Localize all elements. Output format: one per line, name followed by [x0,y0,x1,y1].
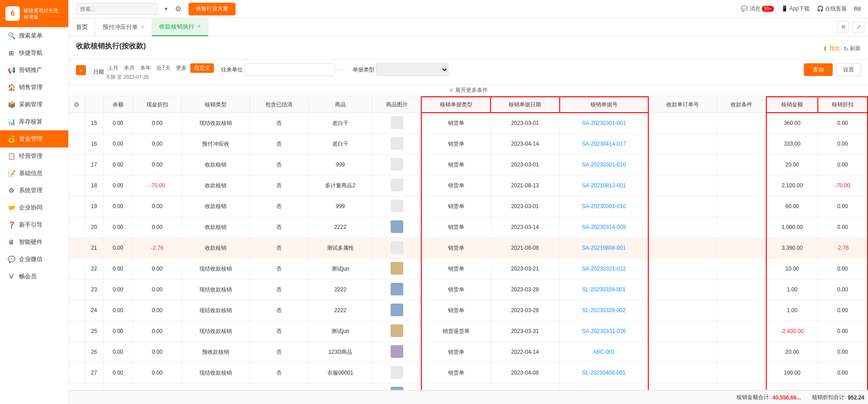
table-row[interactable]: 23 0.00 0.00 现结收款核销 否 2222 销货单 2023-03-2… [69,279,868,300]
sidebar-item-enterprise[interactable]: 🤝企业协同 [0,199,68,216]
sidebar-item-newbie[interactable]: ❓新手引导 [0,216,68,233]
table-row[interactable]: 24 0.00 0.00 现结收款核销 否 2222 销货单 2023-03-2… [69,300,868,321]
table-row[interactable]: 20 0.00 0.00 收款核销 否 2222 销货单 2023-03-14 … [69,217,868,238]
sidebar-item-basic[interactable]: 📝基础信息 [0,165,68,182]
sidebar-item-search[interactable]: 🔍搜索菜单 [0,27,68,44]
date-custom-btn[interactable]: 自定义 [190,63,214,73]
col-header-seq [85,97,103,113]
message-badge: 99+ [762,6,774,12]
cell-writeoff-bill-no[interactable]: SL-20230328-001 [560,279,649,300]
table-row[interactable]: 22 0.00 0.00 现结收款核销 否 测试jun 销货单 2023-03-… [69,258,868,279]
online-service-link[interactable]: 🎧 在线客服 [817,5,847,13]
topbar-search-input[interactable] [76,3,157,15]
customer-filter-dots[interactable]: ··· [337,66,345,74]
export-button[interactable]: ⬆ 导出 [823,45,840,52]
cell-writeoff-bill-no[interactable]: SL-20230408-001 [560,362,649,383]
topbar-dropdown-icon[interactable]: ▾ [165,5,168,12]
column-settings-icon[interactable]: ⚙ [74,101,80,108]
writeoff-bill-no-link[interactable]: SL-20230328-001 [582,286,626,293]
table-row[interactable]: 18 0.00 -70.00 收款核销 否 多计量商品2 销货单 2021-08… [69,175,868,196]
writeoff-bill-no-link[interactable]: SL-20230408-001 [582,370,626,376]
date-btn-more[interactable]: 更多 [174,63,189,73]
sidebar-item-inventory[interactable]: 📊库存核算 [0,113,68,130]
date-btn-this-month[interactable]: 本月 [122,63,137,73]
table-row[interactable]: 28 0.00 0.00 现结收款核销 否 2222 销货单 2023-04-1… [69,383,868,390]
app-download-link[interactable]: 📱 App下载 [781,5,810,13]
cell-product: 测试jun [308,321,372,342]
tab-prepay-close-icon[interactable]: ✕ [141,24,144,29]
cell-writeoff-bill-no[interactable]: SA-20230414-017 [560,133,649,154]
date-btn-this-year[interactable]: 本年 [138,63,153,73]
table-row[interactable]: 21 0.00 -2.76 收款核销 否 测试多属性 销货单 2021-08-0… [69,238,868,258]
writeoff-bill-no-link[interactable]: SA-20230331-026 [582,328,626,334]
table-row[interactable]: 15 0.00 0.00 现结收款核销 否 老白干 销货单 2023-03-01… [69,113,868,133]
tab-collection[interactable]: 收款核销执行 ✕ [152,18,208,36]
cell-writeoff-bill-no[interactable]: SA-20210808-001 [560,238,649,258]
data-table-container[interactable]: ⚙ 余额 现金折扣 核销类型 包含已结清 商品 商品图片 核销单据类型 核销单据… [69,96,868,390]
industry-solution-button[interactable]: 休验行业方案 [189,3,236,15]
cell-writeoff-bill-no[interactable]: SA-20230331-026 [560,321,649,342]
sidebar-item-wechat[interactable]: 💬企业微信 [0,251,68,268]
cell-writeoff-bill-no[interactable]: SA-20230301-001 [560,113,649,133]
table-row[interactable]: 17 0.00 0.00 收款核销 否 999 销货单 2023-03-01 S… [69,154,868,175]
tab-close-button[interactable]: ✕ [837,21,849,33]
cell-product-img [372,362,421,383]
cell-product: 2222 [308,279,372,300]
table-row[interactable]: 19 0.00 0.00 收款核销 否 999 销货单 2023-03-01 S… [69,196,868,217]
date-btn-last-month[interactable]: 上月 [106,63,120,73]
cell-writeoff-bill-no[interactable]: SA-20210813-001 [560,175,649,196]
tab-home[interactable]: 首页 [69,18,95,36]
cell-receipt-condition [717,238,766,258]
customer-filter-input[interactable] [245,63,335,76]
table-row[interactable]: 26 0.00 0.00 预收款核销 否 123D商品 销货单 2022-04-… [69,342,868,362]
col-header-settings[interactable]: ⚙ [69,97,85,113]
sidebar-item-smart[interactable]: 🖥智能硬件 [0,233,68,251]
sidebar-item-business[interactable]: 📋经营管理 [0,147,68,165]
date-btn-7days[interactable]: 近7天 [155,63,172,73]
writeoff-bill-no-link[interactable]: SA-20230301-010 [582,203,626,209]
sidebar-item-marketing[interactable]: 📢营销推广 [0,62,68,79]
writeoff-bill-no-link[interactable]: ABC-001 [593,349,615,355]
sidebar-item-system[interactable]: ⚙系统管理 [0,182,68,199]
table-row[interactable]: 27 0.00 0.00 现结收款核销 否 衣服00001 销货单 2023-0… [69,362,868,383]
cell-product-img [372,217,421,238]
voucher-type-select[interactable]: 销货单 销货退货单 [376,63,448,76]
table-row[interactable]: 16 0.00 0.00 预付冲应收 否 老白干 销货单 2023-04-14 … [69,133,868,154]
table-row[interactable]: 25 0.00 0.00 现结收款核销 否 测试jun 销货退货单 2023-0… [69,321,868,342]
writeoff-bill-no-link[interactable]: SL-20230328-002 [582,307,626,314]
writeoff-bill-no-link[interactable]: SA-20210808-001 [582,245,626,251]
filter-settings-button[interactable]: 设置 [836,63,861,76]
writeoff-bill-no-link[interactable]: SA-20230301-010 [582,162,626,168]
tab-collection-close-icon[interactable]: ✕ [197,24,201,29]
tab-prepay[interactable]: 预付冲应付单 ✕ [95,18,152,36]
message-icon[interactable]: 💬 消息 99+ [741,5,774,13]
settings-icon[interactable]: ⚙ [175,5,181,13]
writeoff-bill-no-link[interactable]: SA-20210813-001 [582,182,626,189]
filter-toggle-button[interactable]: » [76,65,86,75]
cell-writeoff-bill-no[interactable]: SA-20230314-008 [560,217,649,238]
sidebar-item-purchase[interactable]: 📦采购管理 [0,96,68,113]
cell-writeoff-bill-no[interactable]: SL-20230328-002 [560,300,649,321]
writeoff-bill-no-link[interactable]: SA-20230321-012 [582,266,626,272]
cell-writeoff-bill-no[interactable]: SA-20230301-010 [560,154,649,175]
cell-seq: 15 [85,113,103,133]
cell-writeoff-bill-no[interactable]: SL-20230418-001 [560,383,649,390]
sidebar-item-sales[interactable]: 🏠销售管理 [0,79,68,96]
sidebar-item-quicknav[interactable]: ⊞快捷导航 [0,44,68,62]
cell-include-settled: 否 [250,342,308,362]
refresh-button[interactable]: ↻ 刷新 [844,45,861,52]
sidebar-item-member[interactable]: V畅会员 [0,268,68,285]
cell-writeoff-bill-no[interactable]: SA-20230301-010 [560,196,649,217]
user-name[interactable]: Rit [854,6,861,12]
query-button[interactable]: 查询 [804,63,833,76]
cell-writeoff-bill-no[interactable]: ABC-001 [560,342,649,362]
sidebar-item-finance[interactable]: 💰资金管理 [0,130,68,147]
col-header-receipt-order-no: 收款单订单号 [648,97,717,113]
writeoff-bill-no-link[interactable]: SA-20230314-008 [582,224,626,230]
writeoff-bill-no-link[interactable]: SA-20230414-017 [582,141,626,147]
writeoff-bill-no-link[interactable]: SA-20230301-001 [582,120,626,126]
tab-maximize-button[interactable]: ⤢ [853,21,864,33]
cell-product: 2222 [308,217,372,238]
expand-more-conditions-bar[interactable]: ∨ 展开更多条件 [69,85,868,96]
cell-writeoff-bill-no[interactable]: SA-20230321-012 [560,258,649,279]
